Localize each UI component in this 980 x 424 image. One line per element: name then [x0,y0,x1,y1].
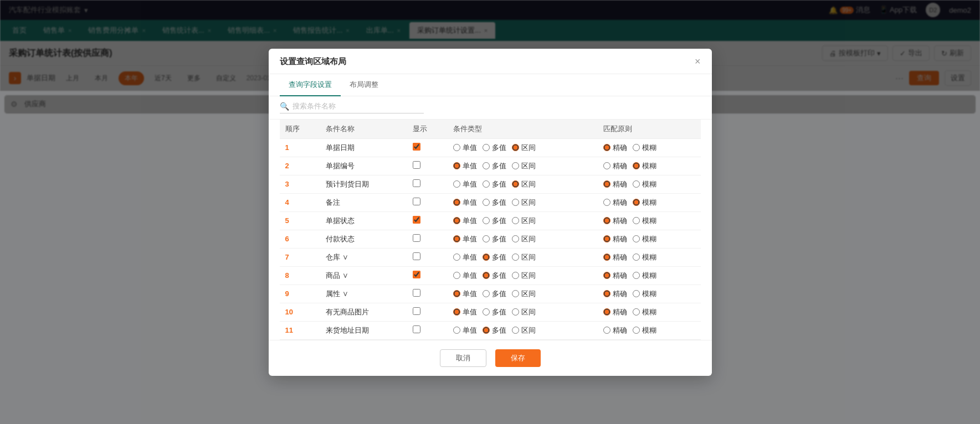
modal-tabs: 查询字段设置 布局调整 [269,74,712,96]
search-wrap: 🔍 [280,102,424,113]
modal-tab-field-settings[interactable]: 查询字段设置 [280,74,341,96]
modal-search-area: 🔍 [269,96,712,118]
modal-title: 设置查询区域布局 [280,56,346,67]
search-icon: 🔍 [280,102,289,111]
modal-dialog: 设置查询区域布局 × 查询字段设置 布局调整 🔍 顺序 [269,49,712,118]
modal-close-button[interactable]: × [695,56,701,66]
modal-overlay: 设置查询区域布局 × 查询字段设置 布局调整 🔍 顺序 [0,0,980,118]
modal-header: 设置查询区域布局 × [269,49,712,74]
search-input[interactable] [293,102,424,110]
modal-tab-layout[interactable]: 布局调整 [341,74,387,96]
